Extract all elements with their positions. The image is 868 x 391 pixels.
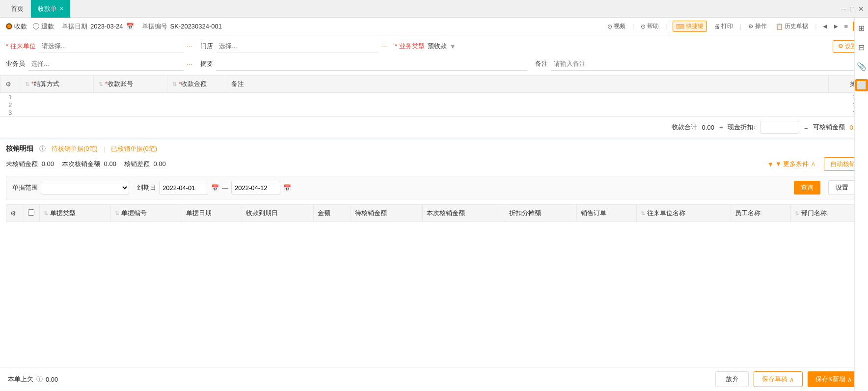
col-remarks-label: 备注 (231, 80, 244, 87)
salesperson-more[interactable]: ··· (187, 60, 192, 68)
col-settlement-label: *结算方式 (31, 80, 59, 87)
row1-remarks[interactable] (226, 93, 829, 101)
draft-arrow-icon: ∧ (789, 376, 794, 383)
range-select[interactable] (41, 181, 129, 195)
salesperson-label: 业务员 (6, 59, 25, 68)
draft-btn[interactable]: 保存草稿 ∧ (754, 371, 803, 387)
row3-remarks[interactable] (226, 109, 829, 116)
receipt-table: ⚙ ⇅ *结算方式 ⇅ *收款账号 ⇅ *收款金额 备注 (0, 75, 868, 116)
sort-dept[interactable]: ⇅ (795, 210, 799, 216)
tab-receipt[interactable]: 收款单 × (31, 0, 71, 18)
sort-type[interactable]: ⇅ (44, 210, 48, 216)
stat-current: 本次核销金额 0.00 (62, 160, 116, 168)
help-btn[interactable]: ⊙ 帮助 (639, 21, 661, 31)
row1-settlement[interactable] (20, 93, 94, 101)
query-btn[interactable]: 查询 (794, 181, 820, 195)
bottom-info-icon[interactable]: ⓘ (36, 375, 43, 384)
draft-label: 保存草稿 (762, 375, 787, 384)
writeoff-title: 核销明细 (6, 144, 33, 153)
sort-icon2[interactable]: ⇅ (99, 81, 103, 87)
store-input[interactable] (216, 39, 378, 53)
nav-list[interactable]: ≡ (844, 23, 848, 30)
sort-icon[interactable]: ⇅ (25, 81, 29, 87)
counterpart-more[interactable]: ··· (187, 42, 192, 50)
video-btn[interactable]: ⊙ 视频 (605, 21, 627, 31)
tab-home[interactable]: 首页 (4, 0, 31, 18)
row2-account[interactable] (94, 101, 167, 109)
remarks-input[interactable] (551, 57, 862, 71)
writeoff-gear-icon[interactable]: ⚙ (10, 210, 16, 217)
radio-tuikuan[interactable]: 退款 (33, 22, 54, 31)
table-col-gear[interactable]: ⚙ (0, 76, 20, 93)
wcol-salesorder: 销售订单 (576, 205, 636, 222)
summary-field: 摘要 (200, 57, 527, 71)
row3-account[interactable] (94, 109, 167, 116)
doc-date-field: 单据日期 2023-03-24 📅 (62, 22, 134, 31)
store-label: 门店 (200, 42, 213, 51)
calendar-to-icon[interactable]: 📅 (283, 184, 291, 192)
history-btn[interactable]: 📋 历史单据 (774, 21, 810, 31)
calendar-icon[interactable]: 📅 (126, 23, 134, 30)
done-tab[interactable]: 已核销单据(0笔) (111, 144, 157, 153)
table-col-remarks: 备注 (226, 76, 829, 93)
sort-num[interactable]: ⇅ (115, 210, 119, 216)
table-gear-icon[interactable]: ⚙ (5, 81, 11, 88)
salesperson-input[interactable] (28, 57, 184, 71)
row2-remarks[interactable] (226, 101, 829, 109)
more-filter-btn[interactable]: ▼ ▼ 更多条件 ∧ (767, 160, 816, 168)
save-btn[interactable]: 保存&新增 ∧ (808, 371, 860, 387)
summary-input[interactable] (216, 57, 527, 71)
wcol-amount: 金额 (313, 205, 351, 222)
row3-amount[interactable] (167, 109, 226, 116)
table-row: 3 🗑 ⊕ (0, 109, 868, 116)
window-close[interactable]: ✕ (858, 5, 864, 13)
row1-account[interactable] (94, 93, 167, 101)
writeoff-settings-btn[interactable]: 设置 (828, 180, 856, 195)
pending-tab[interactable]: 待核销单据(0笔) (52, 144, 98, 153)
divider4: | (815, 23, 816, 30)
sort-icon3[interactable]: ⇅ (172, 81, 177, 87)
wcol-gear[interactable]: ⚙ (6, 205, 24, 222)
right-panel-icon-3[interactable]: 📎 (855, 60, 868, 73)
bottom-value: 0.00 (46, 376, 58, 383)
nav-prev[interactable]: ◄ (822, 23, 828, 30)
radio-shoukuan[interactable]: 收款 (6, 22, 27, 31)
writeoff-table: ⚙ ⇅ 单据类型 ⇅ 单据编号 单据日期 收款到期日 金额 (6, 204, 862, 222)
date-to-input[interactable] (231, 181, 280, 195)
right-panel-icon-1[interactable]: ⊞ (856, 22, 867, 35)
right-panel-icon-2[interactable]: ⊟ (856, 41, 867, 54)
select-all-checkbox[interactable] (28, 209, 34, 216)
tab-receipt-label: 收款单 (38, 4, 57, 13)
radio-shoukuan-label: 收款 (14, 22, 27, 31)
doc-date-value: 2023-03-24 (90, 23, 123, 30)
window-min[interactable]: ─ (841, 5, 846, 13)
row1-amount[interactable] (167, 93, 226, 101)
right-panel-icon-4[interactable]: ⬜ (855, 79, 868, 91)
sort-counterpart[interactable]: ⇅ (641, 210, 645, 216)
operate-btn[interactable]: ⚙ 操作 (746, 21, 769, 31)
business-type-label: * 业务类型 (395, 42, 425, 51)
row3-settlement[interactable] (20, 109, 94, 116)
tab-receipt-close[interactable]: × (60, 5, 63, 12)
stat-diff: 核销差额 0.00 (124, 160, 166, 168)
store-more[interactable]: ··· (381, 42, 387, 50)
discount-input[interactable] (760, 121, 799, 134)
wcol-counterpart: ⇅ 往来单位名称 (637, 205, 731, 222)
col-account-label: *收款账号 (105, 80, 133, 87)
row-num-2: 2 (0, 101, 20, 109)
business-type-dropdown[interactable]: ▼ (450, 43, 456, 50)
plus-sign: + (719, 124, 723, 131)
tab-bar: 首页 收款单 × ─ □ ✕ (0, 0, 868, 18)
row2-settlement[interactable] (20, 101, 94, 109)
row2-amount[interactable] (167, 101, 226, 109)
abandon-btn[interactable]: 放弃 (715, 371, 749, 387)
counterpart-input[interactable] (39, 39, 184, 53)
window-max[interactable]: □ (850, 5, 854, 13)
print-btn[interactable]: 🖨 打印 (712, 21, 735, 31)
date-from-input[interactable] (159, 181, 208, 195)
shortcut-btn[interactable]: ⌨ 快捷键 (673, 21, 707, 32)
save-arrow-icon: ∧ (847, 376, 852, 383)
calendar-from-icon[interactable]: 📅 (211, 184, 219, 192)
writeoff-info-icon[interactable]: ⓘ (39, 144, 46, 153)
nav-next[interactable]: ► (833, 23, 840, 30)
